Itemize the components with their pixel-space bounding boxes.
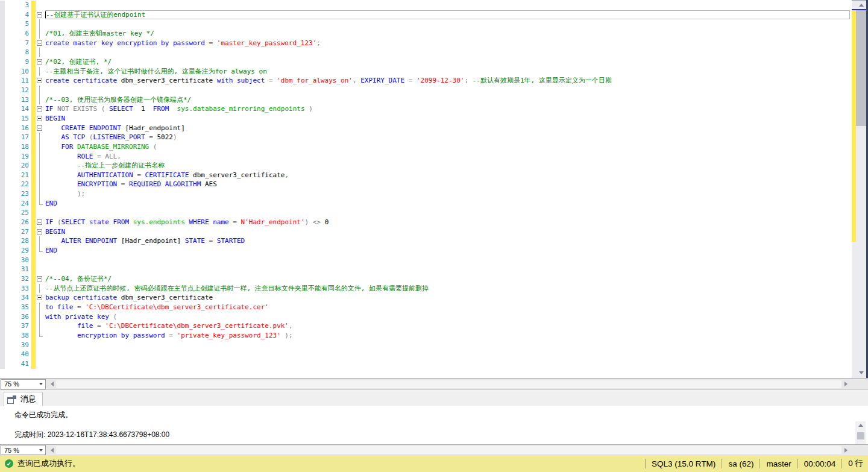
code-line-7[interactable]: 7create master key encryption by passwor… — [0, 39, 850, 48]
code-line-10[interactable]: 10--主题相当于备注, 这个证书时做什么用的, 这里备注为for always… — [0, 67, 850, 77]
code-text[interactable]: to file = 'C:\DBCertificate\dbm_server3_… — [45, 303, 850, 312]
code-text[interactable] — [45, 256, 850, 265]
fold-collapse-box[interactable] — [37, 125, 42, 131]
code-text[interactable]: IF (SELECT state FROM sys.endpoints WHER… — [45, 218, 850, 227]
code-line-4[interactable]: 4--创建基于证书认证的endpoint — [0, 10, 850, 20]
code-text[interactable]: /*02, 创建证书, */ — [45, 57, 850, 67]
code-text[interactable]: ROLE = ALL, — [45, 152, 850, 162]
scroll-up-icon[interactable] — [856, 1, 866, 9]
fold-collapse-box[interactable] — [37, 106, 42, 112]
fold-collapse-box[interactable] — [37, 40, 42, 46]
code-text[interactable]: IF NOT EXISTS ( SELECT 1 FROM sys.databa… — [45, 104, 850, 114]
code-line-34[interactable]: 34backup certificate dbm_server3_certifi… — [0, 293, 850, 303]
code-line-8[interactable]: 8 — [0, 48, 850, 57]
code-text[interactable]: create master key encryption by password… — [45, 39, 850, 48]
code-line-20[interactable]: 20 --指定上一步创建的证书名称 — [0, 161, 850, 171]
code-line-15[interactable]: 15BEGIN — [0, 114, 850, 124]
code-text[interactable]: AUTHENTICATION = CERTIFICATE dbm_server3… — [45, 171, 850, 180]
code-line-32[interactable]: 32/*--04, 备份证书*/ — [0, 274, 850, 284]
code-text[interactable]: /*--03, 使用证书为服务器创建一个镜像端点*/ — [45, 95, 850, 105]
code-line-3[interactable]: 3 — [0, 1, 850, 10]
code-line-19[interactable]: 19 ROLE = ALL, — [0, 152, 850, 162]
fold-collapse-box[interactable] — [37, 78, 42, 83]
code-line-14[interactable]: 14IF NOT EXISTS ( SELECT 1 FROM sys.data… — [0, 104, 850, 114]
editor-zoom-select[interactable]: 75 % — [1, 379, 46, 389]
code-line-11[interactable]: 11create certificate dbm_server3_certifi… — [0, 76, 850, 86]
code-line-41[interactable]: 41 — [0, 359, 850, 369]
code-line-5[interactable]: 5 — [0, 19, 850, 29]
code-line-18[interactable]: 18 FOR DATABASE_MIRRORING ( — [0, 142, 850, 152]
code-text[interactable] — [45, 350, 850, 359]
code-line-40[interactable]: 40 — [0, 350, 850, 359]
scrollbar-thumb[interactable] — [857, 432, 864, 439]
code-line-13[interactable]: 13/*--03, 使用证书为服务器创建一个镜像端点*/ — [0, 95, 850, 105]
code-line-26[interactable]: 26IF (SELECT state FROM sys.endpoints WH… — [0, 218, 850, 227]
code-line-16[interactable]: 16 CREATE ENDPOINT [Hadr_endpoint] — [0, 124, 850, 133]
code-line-25[interactable]: 25 — [0, 208, 850, 218]
code-line-38[interactable]: 38 encryption by password = 'private_key… — [0, 331, 850, 341]
tab-messages[interactable]: 消息 — [4, 392, 43, 406]
code-line-30[interactable]: 30 — [0, 256, 850, 265]
code-text[interactable]: END — [45, 199, 850, 209]
fold-collapse-box[interactable] — [37, 219, 42, 225]
code-line-37[interactable]: 37 file = 'C:\DBCertificate\dbm_server3_… — [0, 321, 850, 331]
messages-output[interactable]: 命令已成功完成。 完成时间: 2023-12-16T17:38:43.66737… — [0, 406, 868, 444]
code-line-12[interactable]: 12 — [0, 86, 850, 95]
code-text[interactable] — [45, 48, 850, 57]
code-text[interactable] — [45, 265, 850, 274]
code-line-27[interactable]: 27BEGIN — [0, 227, 850, 237]
code-text[interactable] — [45, 359, 850, 369]
code-line-21[interactable]: 21 AUTHENTICATION = CERTIFICATE dbm_serv… — [0, 171, 850, 180]
code-text[interactable]: /*01, 创建主密钥master key */ — [45, 29, 850, 39]
code-text[interactable] — [45, 19, 850, 29]
scroll-up-icon[interactable] — [855, 421, 866, 429]
code-text[interactable]: with private key ( — [45, 312, 850, 322]
code-line-28[interactable]: 28 ALTER ENDPOINT [Hadr_endpoint] STATE … — [0, 236, 850, 246]
scroll-left-icon[interactable] — [48, 445, 56, 455]
code-text[interactable]: ENCRYPTION = REQUIRED ALGORITHM AES — [45, 180, 850, 189]
messages-zoom-select[interactable]: 75 % — [1, 445, 46, 455]
scroll-right-icon[interactable] — [841, 379, 850, 389]
code-line-17[interactable]: 17 AS TCP (LISTENER_PORT = 5022) — [0, 133, 850, 142]
code-text[interactable] — [45, 1, 850, 10]
scroll-right-icon[interactable] — [841, 445, 850, 455]
code-text[interactable]: backup certificate dbm_server3_certifica… — [45, 293, 850, 303]
fold-collapse-box[interactable] — [37, 295, 42, 300]
code-line-36[interactable]: 36with private key ( — [0, 312, 850, 322]
code-line-29[interactable]: 29END — [0, 246, 850, 256]
code-text[interactable] — [45, 86, 850, 95]
code-line-22[interactable]: 22 ENCRYPTION = REQUIRED ALGORITHM AES — [0, 180, 850, 189]
fold-collapse-box[interactable] — [37, 12, 42, 17]
fold-collapse-box[interactable] — [37, 276, 42, 282]
code-text[interactable]: encryption by password = 'private_key_pa… — [45, 331, 850, 341]
code-line-6[interactable]: 6/*01, 创建主密钥master key */ — [0, 29, 850, 39]
code-text[interactable]: CREATE ENDPOINT [Hadr_endpoint] — [45, 124, 850, 133]
scrollbar-thumb[interactable] — [856, 10, 866, 126]
code-line-24[interactable]: 24END — [0, 199, 850, 209]
code-text[interactable]: --创建基于证书认证的endpoint — [45, 10, 850, 20]
code-text[interactable]: FOR DATABASE_MIRRORING ( — [45, 142, 850, 152]
code-text[interactable]: create certificate dbm_server3_certifica… — [45, 76, 850, 86]
scroll-left-icon[interactable] — [48, 379, 56, 389]
code-editor[interactable]: 34--创建基于证书认证的endpoint56/*01, 创建主密钥master… — [0, 0, 868, 378]
code-text[interactable]: --指定上一步创建的证书名称 — [45, 161, 850, 171]
code-text[interactable] — [45, 341, 850, 350]
code-line-31[interactable]: 31 — [0, 265, 850, 274]
fold-collapse-box[interactable] — [37, 116, 42, 121]
code-text[interactable]: /*--04, 备份证书*/ — [45, 274, 850, 284]
code-text[interactable] — [45, 208, 850, 218]
code-line-23[interactable]: 23 ); — [0, 189, 850, 199]
code-line-35[interactable]: 35to file = 'C:\DBCertificate\dbm_server… — [0, 303, 850, 312]
fold-collapse-box[interactable] — [37, 229, 42, 234]
code-text[interactable]: ); — [45, 189, 850, 199]
editor-horizontal-scrollbar[interactable] — [56, 380, 841, 388]
messages-horizontal-scrollbar[interactable] — [56, 446, 841, 454]
code-text[interactable]: AS TCP (LISTENER_PORT = 5022) — [45, 133, 850, 142]
fold-collapse-box[interactable] — [37, 59, 42, 65]
code-text[interactable]: BEGIN — [45, 114, 850, 124]
code-line-33[interactable]: 33--从节点上还原证书的时候, 密码必须跟在主节点上创建证书时一样, 注意目标… — [0, 284, 850, 294]
code-text[interactable]: --从节点上还原证书的时候, 密码必须跟在主节点上创建证书时一样, 注意目标文件… — [45, 284, 850, 294]
code-text[interactable]: file = 'C:\DBCertificate\dbm_server3_cer… — [45, 321, 850, 331]
code-text[interactable]: BEGIN — [45, 227, 850, 237]
editor-vertical-scrollbar[interactable] — [852, 0, 866, 378]
